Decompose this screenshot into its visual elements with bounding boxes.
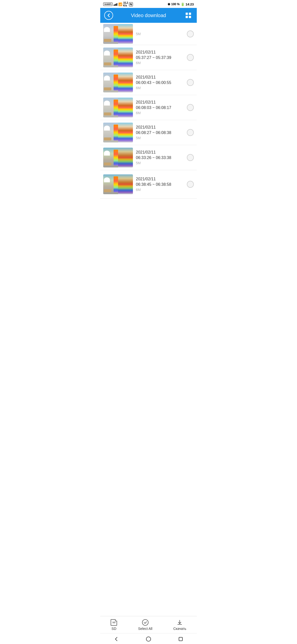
video-thumbnail-3[interactable] <box>103 122 133 142</box>
list-item: 2021/02/11 06:38:45 ~ 06:38:58 6M <box>100 170 197 199</box>
video-info-0: 2021/02/11 05:37:27 ~ 05:37:39 6M <box>133 50 187 65</box>
video-thumbnail-2[interactable] <box>103 98 133 118</box>
video-time-5: 06:38:45 ~ 06:38:58 <box>136 182 187 187</box>
grid-icon <box>185 12 192 18</box>
video-size-3: 5M <box>136 136 187 140</box>
video-time-0: 05:37:27 ~ 05:37:39 <box>136 56 187 60</box>
video-list: 5M 2021/02/11 05:37:27 ~ 05:37:39 6M <box>100 23 197 224</box>
svg-rect-1 <box>189 13 191 15</box>
video-size-5: 6M <box>136 188 187 192</box>
battery-indicator: 100 % <box>171 2 180 6</box>
video-date-5: 2021/02/11 <box>136 177 187 181</box>
list-item: 2021/02/11 06:00:43 ~ 06:00:55 6M <box>100 70 197 95</box>
nfc-icon: N <box>129 2 133 6</box>
svg-rect-3 <box>189 16 191 18</box>
video-time-2: 06:08:03 ~ 06:08:17 <box>136 106 187 110</box>
video-date-4: 2021/02/11 <box>136 150 187 154</box>
list-item: 2021/02/11 06:08:27 ~ 06:08:38 5M <box>100 120 197 145</box>
video-thumbnail-partial[interactable] <box>103 24 133 44</box>
video-checkbox-1[interactable] <box>187 79 194 86</box>
video-date-2: 2021/02/11 <box>136 100 187 104</box>
back-arrow-icon <box>107 14 111 17</box>
video-size-1: 6M <box>136 86 187 90</box>
video-item-partial: 5M <box>100 23 197 45</box>
list-item: 2021/02/11 05:37:27 ~ 05:37:39 6M <box>100 45 197 70</box>
video-time-1: 06:00:43 ~ 06:00:55 <box>136 80 187 85</box>
video-thumbnail-0[interactable] <box>103 48 133 67</box>
video-info-5: 2021/02/11 06:38:45 ~ 06:38:58 6M <box>133 177 187 192</box>
grid-view-button[interactable] <box>184 11 193 20</box>
svg-rect-0 <box>186 13 188 15</box>
video-thumbnail-4[interactable] <box>103 148 133 168</box>
video-info-partial: 5M <box>133 32 187 36</box>
status-left: VoWiFi 📶 15,2K/s N <box>103 2 133 7</box>
video-checkbox-4[interactable] <box>187 154 194 161</box>
list-item: 2021/02/11 06:08:03 ~ 06:08:17 6M <box>100 95 197 120</box>
video-thumbnail-1[interactable] <box>103 72 133 92</box>
video-info-2: 2021/02/11 06:08:03 ~ 06:08:17 6M <box>133 100 187 115</box>
video-info-4: 2021/02/11 06:33:26 ~ 06:33:38 5M <box>133 150 187 165</box>
wifi-icon: 📶 <box>118 2 122 6</box>
video-size-4: 5M <box>136 161 187 165</box>
vowifi-indicator: VoWiFi <box>103 2 113 6</box>
video-checkbox-2[interactable] <box>187 104 194 111</box>
speed-indicator: 15,2K/s <box>123 2 128 7</box>
back-button[interactable] <box>104 11 113 20</box>
video-date-3: 2021/02/11 <box>136 125 187 130</box>
video-size-0: 6M <box>136 61 187 65</box>
signal-icon <box>114 3 117 6</box>
time-display: 14:23 <box>186 2 194 6</box>
video-time-4: 06:33:26 ~ 06:33:38 <box>136 156 187 160</box>
battery-icon: 🔋 <box>181 2 185 6</box>
video-time-3: 06:08:27 ~ 06:08:38 <box>136 130 187 135</box>
video-checkbox-partial[interactable] <box>187 30 194 38</box>
video-thumbnail-5[interactable] <box>103 174 133 194</box>
video-info-3: 2021/02/11 06:08:27 ~ 06:08:38 5M <box>133 125 187 140</box>
video-size-2: 6M <box>136 111 187 115</box>
page-title: Video download <box>113 13 184 18</box>
status-bar: VoWiFi 📶 15,2K/s N ✱ 100 % 🔋 14:23 <box>100 0 197 8</box>
video-checkbox-3[interactable] <box>187 129 194 136</box>
list-item: 2021/02/11 06:33:26 ~ 06:33:38 5M <box>100 145 197 170</box>
video-size-partial: 5M <box>136 32 187 36</box>
header: Video download <box>100 8 197 23</box>
bluetooth-icon: ✱ <box>168 2 170 6</box>
svg-rect-2 <box>186 16 188 18</box>
video-checkbox-5[interactable] <box>187 181 194 188</box>
status-right: ✱ 100 % 🔋 14:23 <box>168 2 194 6</box>
video-checkbox-0[interactable] <box>187 54 194 61</box>
video-info-1: 2021/02/11 06:00:43 ~ 06:00:55 6M <box>133 75 187 90</box>
video-date-1: 2021/02/11 <box>136 75 187 80</box>
video-date-0: 2021/02/11 <box>136 50 187 54</box>
